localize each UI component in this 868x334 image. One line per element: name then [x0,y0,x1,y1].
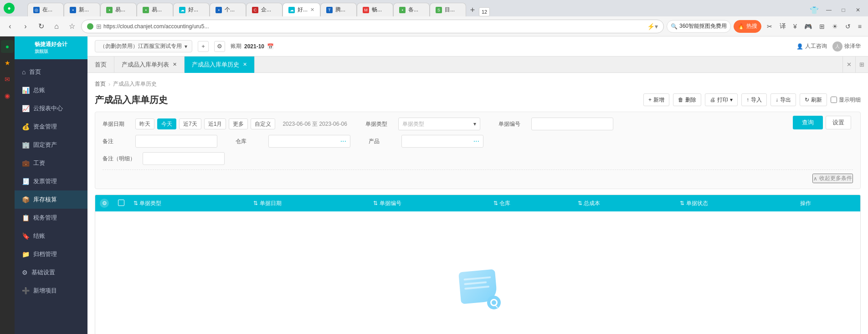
user-profile[interactable]: 人 徐泽华 [832,41,861,51]
search-button[interactable]: 查询 [793,116,823,129]
product-select[interactable]: ··· [401,135,483,148]
icon-bar-mail[interactable]: ✉ [1,73,14,86]
tab-9[interactable]: T 腾... [320,3,357,16]
th-checkbox[interactable] [113,195,129,211]
bill-no-input[interactable] [531,118,613,130]
close-window-button[interactable]: ✕ [852,4,864,16]
translate-icon[interactable]: 译 [777,22,789,31]
maximize-button[interactable]: □ [837,4,850,16]
settings-button[interactable]: 设置 [826,116,851,129]
sidebar-item-basic-setup[interactable]: ⚙ 基础设置 [15,263,87,282]
import-button[interactable]: ↑ 导入 [741,93,767,106]
delete-button[interactable]: 🗑 删除 [673,93,701,106]
tab-12[interactable]: S 目... [430,3,466,16]
date-btn-today[interactable]: 今天 [157,118,176,129]
sidebar-item-salary[interactable]: 💼 工资 [15,154,87,172]
date-btn-yesterday[interactable]: 昨天 [135,118,154,129]
sidebar-item-ledger[interactable]: 📊 总账 [15,81,87,99]
tab-10[interactable]: M 畅... [357,3,393,16]
tab-7[interactable]: C 企... [246,3,282,16]
sidebar-item-new-items[interactable]: ➕ 新增项目 [15,282,87,300]
add-company-button[interactable]: + [198,41,209,52]
icon-bar-logo[interactable]: ● [1,40,14,53]
sidebar-item-fixed-assets[interactable]: 🏢 固定资产 [15,136,87,154]
search-360-btn[interactable]: 🔍 360智能抠图免费用 [667,20,731,33]
tab-list-close-icon[interactable]: ✕ [173,62,177,67]
tab-home[interactable]: 首页 [87,57,114,73]
bookmark-button[interactable]: ☆ [66,20,78,33]
home-button[interactable]: ⌂ [50,20,63,33]
select-all-checkbox[interactable] [118,200,124,206]
product-more-icon[interactable]: ··· [473,137,479,145]
tab-6[interactable]: ▪ 个... [210,3,246,16]
tab-5[interactable]: ☁ 好... [173,3,210,16]
tab-list[interactable]: 产成品入库单列表 ✕ [114,57,185,73]
th-settings[interactable]: ⚙ [95,195,113,211]
company-selector[interactable]: （勿删勿禁用）江西服宝测试专用 ▾ [95,40,192,52]
export-button[interactable]: ↓ 导出 [770,93,796,106]
more-icon[interactable]: ≡ [855,23,864,30]
sidebar-item-funds[interactable]: 💰 资金管理 [15,118,87,136]
display-toggle-checkbox[interactable] [831,97,837,103]
tab-8[interactable]: ☁ 好... ✕ [282,3,320,16]
tab-8-close-icon[interactable]: ✕ [310,7,314,13]
tab-4[interactable]: ▪ 易... [137,3,173,16]
tab-history-close-icon[interactable]: ✕ [243,62,247,67]
panel-close-button[interactable]: ✕ [842,57,855,73]
date-btn-more[interactable]: 更多 [229,118,248,129]
date-btn-7days[interactable]: 近7天 [179,118,201,129]
icon-bar-star[interactable]: ★ [1,57,14,69]
tab-3[interactable]: ▪ 易... [100,3,137,16]
refresh-button[interactable]: ↻ [35,20,47,33]
new-tab-button[interactable]: + [466,4,479,16]
table-settings-icon[interactable]: ⚙ [100,199,109,208]
collapse-button[interactable]: ∧ 收起更多条件 [812,174,853,183]
warehouse-more-icon[interactable]: ··· [340,137,346,145]
remark-input[interactable] [135,135,217,148]
settings-company-button[interactable]: ⚙ [214,41,225,52]
brightness-icon[interactable]: ☀ [829,23,841,30]
calendar-icon[interactable]: 📅 [267,43,274,50]
sidebar-item-reports[interactable]: 📈 云报表中心 [15,99,87,118]
yuan-icon[interactable]: ¥ [791,23,800,30]
date-btn-1month[interactable]: 近1月 [204,118,226,129]
user-service[interactable]: 👤 人工咨询 [796,42,827,50]
game-icon[interactable]: 🎮 [801,23,815,30]
warehouse-select[interactable]: ··· [268,135,350,148]
scissors-icon[interactable]: ✂ [764,23,775,30]
th-warehouse[interactable]: ⇅ 仓库 [489,195,574,211]
tab-1[interactable]: ◎ 在... [27,3,64,16]
sidebar-item-tax[interactable]: 📋 税务管理 [15,209,87,227]
display-toggle[interactable]: 显示明细 [831,96,861,104]
sidebar-item-inventory[interactable]: 📦 库存核算 [15,190,87,209]
breadcrumb-home[interactable]: 首页 [95,80,106,88]
date-btn-custom[interactable]: 自定义 [251,118,275,129]
th-total-cost[interactable]: ⇅ 总成本 [573,195,675,211]
panel-expand-button[interactable]: ⊞ [855,57,868,73]
th-bill-type[interactable]: ⇅ 单据类型 [129,195,249,211]
th-bill-date[interactable]: ⇅ 单据日期 [249,195,369,211]
minimize-button[interactable]: — [822,4,835,16]
sidebar-item-archive[interactable]: 📁 归档管理 [15,245,87,263]
grid-icon[interactable]: ⊞ [817,23,827,30]
sidebar-item-invoice[interactable]: 🧾 发票管理 [15,172,87,190]
th-bill-no[interactable]: ⇅ 单据编号 [369,195,488,211]
undo-icon[interactable]: ↺ [842,23,853,30]
hot-search-btn[interactable]: 🔥 热搜 [734,20,761,33]
address-lightning-icon[interactable]: ⚡ [647,23,655,30]
bill-type-select[interactable]: 单据类型 ▾ [398,118,480,130]
sidebar-item-settlement[interactable]: 🔖 结账 [15,227,87,245]
icon-bar-weibo[interactable]: ◉ [1,89,14,102]
detail-remark-input[interactable] [143,152,225,165]
sidebar-item-home[interactable]: ⌂ 首页 [15,63,87,81]
tab-11[interactable]: ▪ 各... [393,3,430,16]
th-bill-status[interactable]: ⇅ 单据状态 [675,195,795,211]
new-button[interactable]: + + 新增 新增 [643,93,669,106]
forward-button[interactable]: › [19,20,32,33]
tab-history[interactable]: 产成品入库单历史 ✕ [185,57,255,73]
refresh-button[interactable]: ↻ 刷新 [800,93,827,106]
address-bar[interactable]: ⊞ https://cloud.chanjet.com/accounting/u… [81,20,664,33]
shirt-icon[interactable]: 👕 [808,4,821,16]
print-button[interactable]: 🖨 打印 ▾ [705,93,738,106]
tab-2[interactable]: ▪ 新... [64,3,100,16]
